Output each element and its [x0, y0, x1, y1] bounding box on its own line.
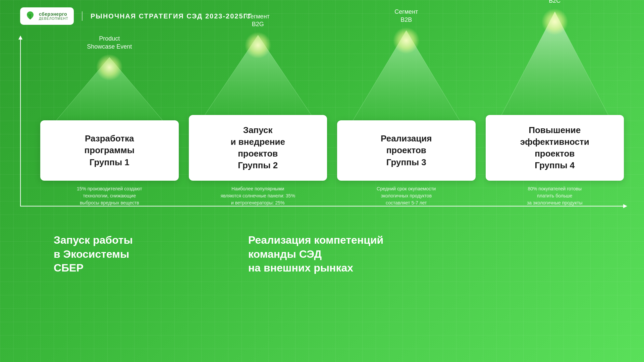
roof-2	[189, 32, 327, 116]
house-body-text-2: Запуски внедрениепроектовГруппы 2	[231, 124, 285, 171]
house-body-1: РазработкапрограммыГруппы 1	[40, 120, 179, 181]
roof-3	[337, 27, 476, 121]
segment-label-4: СегментB2C	[543, 0, 567, 5]
svg-marker-1	[56, 57, 163, 121]
house-body-text-1: РазработкапрограммыГруппы 1	[85, 133, 135, 168]
svg-marker-2	[204, 35, 312, 116]
house-body-4: ПовышениеэффективностипроектовГруппы 4	[486, 115, 624, 181]
segment-label-3: СегментB2B	[394, 8, 418, 24]
roof-4	[486, 8, 624, 116]
house-body-2: Запуски внедрениепроектовГруппы 2	[189, 115, 327, 181]
segment-label-2: СегментB2G	[246, 13, 270, 28]
house-body-3: РеализацияпроектовГруппы 3	[337, 120, 476, 181]
roof-svg-4	[486, 8, 624, 116]
bottom-left-text: Запуск работыв ЭкосистемыСБЕР	[54, 233, 215, 275]
svg-marker-3	[353, 31, 460, 121]
house-wrapper-3: РеализацияпроектовГруппы 3	[337, 27, 476, 181]
roof-svg-1	[40, 54, 179, 121]
house-body-text-3: РеализацияпроектовГруппы 3	[381, 133, 432, 168]
segment-label-1: ProductShowcase Event	[87, 35, 132, 51]
roof-1	[40, 54, 179, 121]
x-axis	[20, 206, 624, 206]
house-col-1: ProductShowcase Event	[40, 35, 179, 206]
house-col-3: СегментB2B	[337, 8, 476, 206]
house-col-4: СегментB2C	[486, 0, 624, 206]
bottom-right-text: Реализация компетенцийкоманды СЭДна внеш…	[248, 233, 604, 275]
bottom-section: Запуск работыв ЭкосистемыСБЕР Реализация…	[20, 220, 624, 275]
houses-container: ProductShowcase Event	[34, 0, 624, 206]
chart-area: ProductShowcase Event	[20, 32, 624, 220]
house-wrapper-2: Запуски внедрениепроектовГруппы 2	[189, 32, 327, 181]
house-desc-4: 80% покупателей готовыплатить большеза э…	[527, 185, 583, 206]
bottom-left: Запуск работыв ЭкосистемыСБЕР	[54, 233, 215, 275]
roof-svg-2	[189, 32, 327, 116]
house-wrapper-1: РазработкапрограммыГруппы 1	[40, 54, 179, 181]
svg-marker-4	[501, 12, 608, 116]
bottom-right: Реализация компетенцийкоманды СЭДна внеш…	[215, 233, 604, 275]
main-content: ProductShowcase Event	[0, 32, 644, 275]
house-desc-2: Наиболее популярнымиявляются солнечные п…	[221, 185, 295, 206]
house-wrapper-4: ПовышениеэффективностипроектовГруппы 4	[486, 8, 624, 181]
roof-svg-3	[337, 27, 476, 121]
house-desc-3: Средний срок окупаемостиэкологичных прод…	[377, 185, 436, 206]
y-axis	[20, 39, 21, 206]
house-col-2: СегментB2G	[189, 13, 327, 206]
house-desc-1: 15% производителей создаюттехнологии, сн…	[77, 185, 142, 206]
house-body-text-4: ПовышениеэффективностипроектовГруппы 4	[520, 124, 589, 171]
